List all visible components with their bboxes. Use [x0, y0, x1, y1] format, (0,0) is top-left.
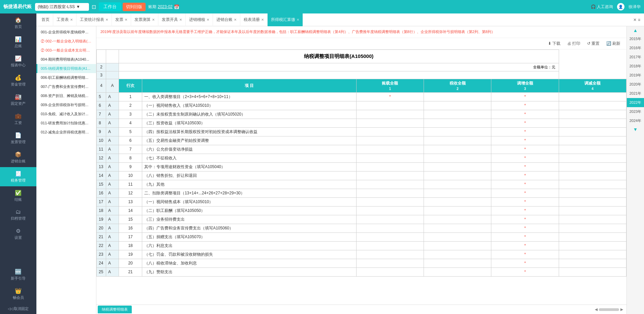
table-row: 16 A 12 二、扣除类调整项目（13+14+...24+26+27+28+2… — [97, 189, 626, 197]
table-row: 11 A 7 （六）公允价值变动净损益 * — [97, 145, 626, 154]
tab-close-invoice-calc[interactable]: ✕ — [152, 18, 155, 22]
tab-close-purchase-audit[interactable]: ✕ — [207, 18, 209, 22]
notice-bar: 2019年度涉及取以前年度继续数据的申报表单元格需要手工维护正确，才能保证本年及… — [96, 26, 626, 38]
left-panel-item-001[interactable]: 001-企业所得税年度纳税申... — [36, 28, 96, 37]
tab-invoice-calc[interactable]: 发票测算 ✕ — [131, 13, 158, 26]
sidebar-item-fixed[interactable]: 🏭 固定资产 — [0, 90, 36, 109]
table-row: 5 A 1 一、收入类调整项目（2+3+4+5+6+7+8+10+11） * * — [97, 92, 626, 101]
year-2020[interactable]: 2020年 — [627, 80, 644, 89]
tab-purchase-audit[interactable]: 进销稽核 ✕ — [186, 13, 213, 26]
more-tabs-icon[interactable]: ≡ — [638, 18, 640, 22]
tab-invoice[interactable]: 发票 ✕ — [112, 13, 131, 26]
sidebar-item-archive[interactable]: 🗂 归档管理 — [0, 206, 36, 224]
guide-icon: 🆕 — [15, 269, 22, 275]
general-icon: 📊 — [15, 36, 22, 42]
tab-invoice-open[interactable]: 发票开具 ✕ — [158, 13, 186, 26]
left-panel-item-003[interactable]: ② 003-一般企业成本支出明细... — [36, 46, 96, 55]
reset-button[interactable]: ↺ 重置 — [585, 40, 602, 47]
left-panel-item-006[interactable]: 006-职工薪酬纳税调整明细... — [36, 73, 96, 82]
tab-close-invoice-open[interactable]: ✕ — [179, 18, 182, 22]
year-2023[interactable]: 2023年 — [627, 107, 644, 116]
switch-old-button[interactable]: 切到旧版 — [123, 3, 146, 11]
year-2024[interactable]: 2024年 — [627, 116, 644, 125]
bottom-tab-tax[interactable]: 纳税调整明细表 — [98, 306, 132, 313]
table-row: 6 A 2 （一）视同销售收入（填写A105010） * — [97, 101, 626, 110]
left-panel-item-010[interactable]: 010-免税、减计收入及加计... — [36, 109, 96, 119]
table-unit: 全额单位：元 — [119, 63, 559, 71]
tab-close-tax-list[interactable]: ✕ — [261, 18, 264, 22]
invoice-icon: 📄 — [15, 132, 22, 138]
sidebar-item-home[interactable]: 🏠 首页 — [0, 13, 36, 33]
sidebar-footer-pin[interactable]: ◁◁ 取消固定 — [0, 304, 36, 314]
print-button[interactable]: 🖨 打印 — [565, 40, 582, 47]
tab-tax-list[interactable]: 税表清册 ✕ — [240, 13, 268, 26]
sidebar-item-settings[interactable]: ⚙ 设置 — [0, 224, 36, 244]
left-panel-item-011[interactable]: 011-研发费用加计扣除优惠... — [36, 119, 96, 128]
year-2017[interactable]: 2017年 — [627, 53, 644, 62]
tab-close-purchase-ledger[interactable]: ✕ — [234, 18, 237, 22]
sidebar-item-report[interactable]: 📈 报表中心 — [0, 52, 36, 71]
tab-salary[interactable]: 工资表 ✕ — [53, 13, 76, 26]
sidebar-item-asset[interactable]: 💰 资金管理 — [0, 71, 36, 90]
left-panel-item-008[interactable]: 008-资产折旧、摊销及纳税... — [36, 91, 96, 100]
left-panel-item-012[interactable]: 012-减免企业所得税优惠明细(… — [36, 128, 96, 137]
tab-close-income-tax[interactable]: ✕ — [297, 18, 299, 22]
left-panel-item-009[interactable]: 009-企业所得税弥补亏损明... — [36, 100, 96, 109]
tab-income-tax[interactable]: 所得税汇算缴 ✕ — [268, 13, 303, 26]
tab-purchase-ledger[interactable]: 进销台账 ✕ — [213, 13, 240, 26]
reset-icon: ↺ — [587, 41, 590, 46]
table-row: 7 A 3 （二）未按权责发生制原则确认的收入（填写A105020） * — [97, 110, 626, 119]
company-selector[interactable]: (物副) 江西股室-LSS ▼ — [35, 3, 89, 11]
table-row: 20 A 16 （四）广告费和业务宣传费支出（填写A105060） * — [97, 224, 626, 232]
print-icon: 🖨 — [567, 41, 571, 46]
sidebar-item-general[interactable]: 📊 总账 — [0, 33, 36, 52]
user-label[interactable]: 徐泽华 — [628, 4, 641, 10]
support-button[interactable]: 🎧 人工咨询 — [591, 4, 613, 10]
horizontal-scrollbar[interactable] — [599, 308, 619, 311]
sidebar-item-settle[interactable]: ✅ 结账 — [0, 186, 36, 206]
table-row: 22 A 18 （六）利息支出 * — [97, 241, 626, 250]
sidebar-item-invoice[interactable]: 📄 发票管理 — [0, 129, 36, 148]
year-up-icon[interactable]: ▲ — [632, 26, 639, 34]
tab-home[interactable]: 首页 — [38, 13, 53, 26]
left-panel-item-005[interactable]: 005-纳税调整项目明细表(A1... — [36, 64, 96, 73]
refresh-button[interactable]: 🔄 刷新 — [604, 40, 622, 47]
sidebar-item-tax[interactable]: 🧾 税务管理 — [0, 167, 36, 186]
year-2016[interactable]: 2016年 — [627, 43, 644, 53]
workbench-button[interactable]: 工作台 — [99, 2, 121, 11]
headset-icon: 🎧 — [591, 4, 596, 9]
scroll-right-icon[interactable]: ▶ — [620, 307, 623, 312]
copy-icon[interactable]: ⊡ — [92, 4, 96, 10]
table-row: 15 A 11 （九）其他 * — [97, 180, 626, 189]
tab-close-salary[interactable]: ✕ — [70, 18, 73, 22]
tab-salary-report[interactable]: 工资统计报表 ✕ — [76, 13, 112, 26]
download-button[interactable]: ⬇ 下载 — [546, 40, 562, 47]
sidebar-item-guide[interactable]: 🆕 新手引导 — [0, 265, 36, 284]
refresh-icon: 🔄 — [606, 41, 611, 46]
left-panel-item-007[interactable]: 007-广告费和业务宣传费时... — [36, 82, 96, 91]
sidebar-item-salary[interactable]: 💼 工资 — [0, 109, 36, 129]
period-value[interactable]: 2023-02 — [158, 4, 173, 9]
close-all-icon[interactable]: ✕ — [633, 18, 637, 22]
report-icon: 📈 — [15, 55, 22, 62]
table-row: 8 A 4 （三）投资收益（填写A105030） * — [97, 119, 626, 127]
sidebar-item-vip[interactable]: 👑 畅会员 — [0, 284, 36, 304]
table-row: 25 A 21 （九）赞助支出 * — [97, 268, 626, 276]
table-title: 纳税调整项目明细表(A105000) — [119, 50, 559, 63]
tab-close-invoice[interactable]: ✕ — [125, 18, 127, 22]
left-panel-item-004[interactable]: 004-期间费用明细表(A1040... — [36, 55, 96, 64]
year-2019[interactable]: 2019年 — [627, 71, 644, 80]
left-panel-item-002[interactable]: ② 002-一般企业收入明细表(A1... — [36, 37, 96, 46]
table-row: 18 A 14 （二）职工薪酬（填写A105050） * — [97, 206, 626, 215]
scroll-left-icon[interactable]: ◀ — [595, 307, 597, 312]
archive-icon: 🗂 — [16, 209, 21, 215]
year-2018[interactable]: 2018年 — [627, 62, 644, 71]
calendar-icon[interactable]: 📅 — [174, 4, 179, 9]
table-row: 14 A 10 （八）销售折扣、折让和退回 * — [97, 171, 626, 180]
year-2021[interactable]: 2021年 — [627, 89, 644, 98]
sidebar-item-purchase[interactable]: 📦 进销台账 — [0, 148, 36, 167]
year-2015[interactable]: 2015年 — [627, 34, 644, 43]
tab-close-salary-report[interactable]: ✕ — [105, 18, 108, 22]
year-down-icon[interactable]: ▼ — [632, 125, 639, 133]
year-2022[interactable]: 2022年 — [627, 98, 644, 107]
